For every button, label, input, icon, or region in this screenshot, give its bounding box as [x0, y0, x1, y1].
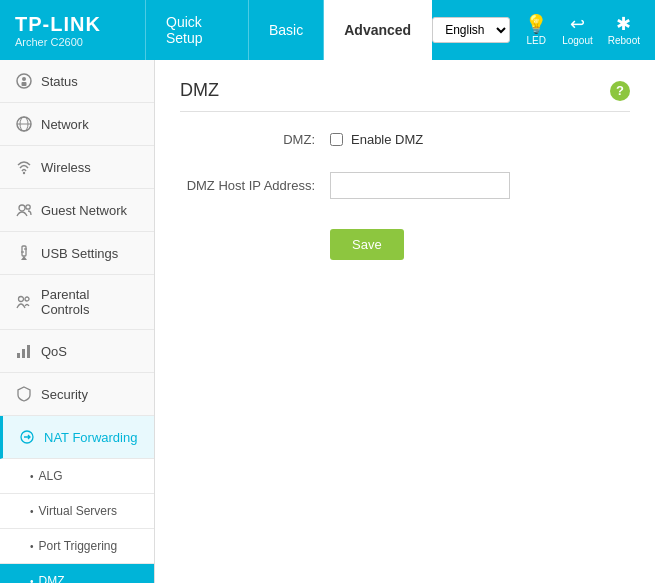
logout-icon: ↩ — [570, 15, 585, 33]
bullet-alg: • — [30, 471, 34, 482]
sidebar-item-nat-forwarding[interactable]: NAT Forwarding — [0, 416, 154, 459]
sidebar-sub-virtual-servers[interactable]: • Virtual Servers — [0, 494, 154, 529]
brand-name: TP-LINK — [15, 13, 115, 36]
save-button[interactable]: Save — [330, 229, 404, 260]
header-right: English 💡 LED ↩ Logout ✱ Reboot — [432, 15, 640, 46]
reboot-button[interactable]: ✱ Reboot — [608, 15, 640, 46]
network-icon — [15, 115, 33, 133]
led-label: LED — [526, 35, 545, 46]
content-area: DMZ ? DMZ: Enable DMZ DMZ Host IP Addres… — [155, 60, 655, 583]
alg-label: ALG — [39, 469, 63, 483]
sidebar: Status Network Wireless Guest Network US — [0, 60, 155, 583]
tab-quick-setup[interactable]: Quick Setup — [145, 0, 249, 60]
nat-submenu: • ALG • Virtual Servers • Port Triggerin… — [0, 459, 154, 583]
dmz-sub-label: DMZ — [39, 574, 65, 583]
sidebar-item-guest-network[interactable]: Guest Network — [0, 189, 154, 232]
main-layout: Status Network Wireless Guest Network US — [0, 60, 655, 583]
header: TP-LINK Archer C2600 Quick Setup Basic A… — [0, 0, 655, 60]
parental-icon — [15, 293, 33, 311]
sidebar-item-usb-settings[interactable]: USB Settings — [0, 232, 154, 275]
dmz-control: Enable DMZ — [330, 132, 423, 147]
bullet-port: • — [30, 541, 34, 552]
nat-icon — [18, 428, 36, 446]
bullet-virtual: • — [30, 506, 34, 517]
save-row: Save — [180, 219, 630, 260]
security-icon — [15, 385, 33, 403]
svg-point-13 — [25, 297, 29, 301]
qos-label: QoS — [41, 344, 67, 359]
logout-button[interactable]: ↩ Logout — [562, 15, 593, 46]
wireless-icon — [15, 158, 33, 176]
qos-icon — [15, 342, 33, 360]
page-title-text: DMZ — [180, 80, 219, 101]
model-name: Archer C2600 — [15, 36, 115, 48]
status-icon — [15, 72, 33, 90]
sidebar-item-security[interactable]: Security — [0, 373, 154, 416]
svg-point-1 — [22, 77, 26, 81]
reboot-label: Reboot — [608, 35, 640, 46]
wireless-label: Wireless — [41, 160, 91, 175]
status-label: Status — [41, 74, 78, 89]
sidebar-item-qos[interactable]: QoS — [0, 330, 154, 373]
led-button[interactable]: 💡 LED — [525, 15, 547, 46]
svg-point-6 — [23, 172, 25, 174]
tab-basic[interactable]: Basic — [249, 0, 324, 60]
guest-network-label: Guest Network — [41, 203, 127, 218]
dmz-host-row: DMZ Host IP Address: — [180, 167, 630, 204]
dmz-checkbox-label[interactable]: Enable DMZ — [351, 132, 423, 147]
dmz-row: DMZ: Enable DMZ — [180, 127, 630, 152]
svg-rect-9 — [22, 246, 26, 256]
parental-controls-label: Parental Controls — [41, 287, 139, 317]
help-button[interactable]: ? — [610, 81, 630, 101]
network-label: Network — [41, 117, 89, 132]
sidebar-sub-dmz[interactable]: • DMZ — [0, 564, 154, 583]
led-icon: 💡 — [525, 15, 547, 33]
sidebar-item-status[interactable]: Status — [0, 60, 154, 103]
port-triggering-label: Port Triggering — [39, 539, 118, 553]
nat-forwarding-label: NAT Forwarding — [44, 430, 137, 445]
virtual-servers-label: Virtual Servers — [39, 504, 117, 518]
usb-icon — [15, 244, 33, 262]
logout-label: Logout — [562, 35, 593, 46]
svg-point-7 — [19, 205, 25, 211]
logo-area: TP-LINK Archer C2600 — [15, 13, 115, 48]
language-select[interactable]: English — [432, 17, 510, 43]
security-label: Security — [41, 387, 88, 402]
sidebar-item-parental-controls[interactable]: Parental Controls — [0, 275, 154, 330]
bullet-dmz: • — [30, 576, 34, 584]
dmz-host-input[interactable] — [330, 172, 510, 199]
svg-rect-16 — [27, 345, 30, 358]
svg-point-12 — [19, 297, 24, 302]
reboot-icon: ✱ — [616, 15, 631, 33]
sidebar-sub-alg[interactable]: • ALG — [0, 459, 154, 494]
dmz-label: DMZ: — [180, 132, 330, 147]
sidebar-sub-port-triggering[interactable]: • Port Triggering — [0, 529, 154, 564]
sidebar-item-network[interactable]: Network — [0, 103, 154, 146]
guest-network-icon — [15, 201, 33, 219]
nav-tabs: Quick Setup Basic Advanced — [145, 0, 432, 60]
svg-rect-15 — [22, 349, 25, 358]
svg-point-8 — [26, 205, 30, 209]
svg-rect-14 — [17, 353, 20, 358]
page-title-row: DMZ ? — [180, 80, 630, 112]
tab-advanced[interactable]: Advanced — [324, 0, 432, 60]
dmz-host-control — [330, 172, 510, 199]
sidebar-item-wireless[interactable]: Wireless — [0, 146, 154, 189]
dmz-checkbox[interactable] — [330, 133, 343, 146]
usb-settings-label: USB Settings — [41, 246, 118, 261]
dmz-host-label: DMZ Host IP Address: — [180, 178, 330, 193]
svg-rect-2 — [22, 82, 27, 86]
